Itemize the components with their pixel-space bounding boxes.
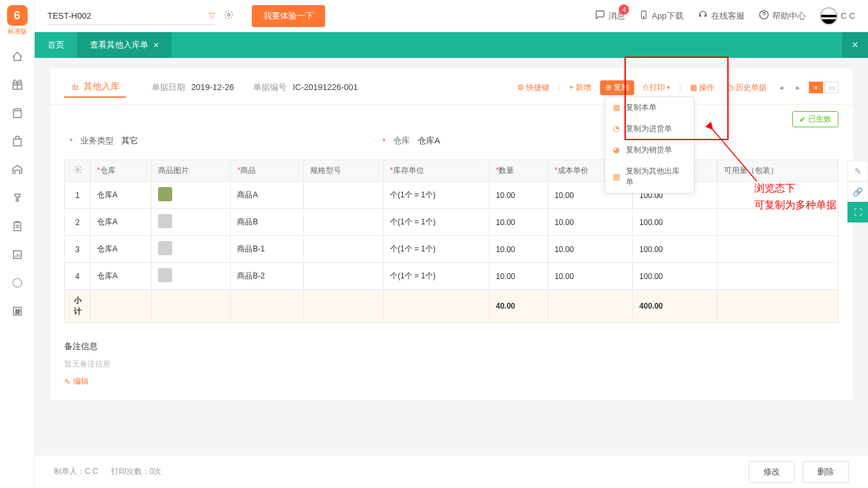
tool-expand-icon[interactable]: ⛶ bbox=[847, 202, 868, 222]
app-download-link[interactable]: App下载 bbox=[639, 10, 683, 22]
nav-home-icon[interactable] bbox=[10, 49, 25, 64]
product-image-icon bbox=[158, 268, 172, 282]
tool-link-icon[interactable]: 🔗 bbox=[847, 181, 868, 202]
nav-report-icon[interactable] bbox=[10, 247, 25, 262]
col-gear[interactable] bbox=[65, 160, 91, 182]
right-toolbar: ✎ 🔗 ⛶ bbox=[847, 161, 868, 222]
edit-remark-button[interactable]: ✎ 编辑 bbox=[64, 376, 838, 387]
col-available: 可用量（包装） bbox=[717, 160, 838, 182]
add-label: 新增 bbox=[576, 82, 591, 93]
edit-icon: ✎ bbox=[64, 377, 71, 386]
print-label: 打印 bbox=[650, 82, 665, 93]
tab-other-inbound-label: 查看其他入库单 bbox=[90, 39, 148, 51]
nav-warehouse-icon[interactable] bbox=[10, 162, 25, 177]
copy-button[interactable]: ⊕ 复制 ▦复制本单 ◔复制为进货单 ◕复制为销货单 ▦复制为其他出库单 bbox=[600, 80, 634, 95]
phone-icon bbox=[639, 10, 648, 22]
print-button[interactable]: ⎙ 打印 ▾ bbox=[639, 80, 674, 95]
table-row[interactable]: 1 仓库A 商品A 个(1个 = 1个) 10.00 10.00 100.00 bbox=[65, 182, 838, 209]
next-button[interactable]: ▸ bbox=[792, 81, 804, 94]
shortcut-button[interactable]: ⚙ 快捷键 bbox=[513, 80, 553, 95]
user-menu[interactable]: C C bbox=[820, 7, 855, 25]
nav-gift-icon[interactable] bbox=[10, 77, 25, 93]
nav-clipboard-icon[interactable] bbox=[10, 219, 25, 234]
table-row[interactable]: 4 仓库A 商品B-2 个(1个 = 1个) 10.00 10.00 100.0… bbox=[65, 263, 838, 290]
card-view-toggle[interactable]: ▭ bbox=[824, 82, 838, 93]
sales-icon: ◕ bbox=[613, 145, 622, 154]
message-icon bbox=[595, 10, 605, 22]
tab-bar-close-button[interactable]: × bbox=[842, 32, 868, 58]
try-button[interactable]: 我要体验一下 bbox=[252, 5, 325, 27]
copy-this-doc[interactable]: ▦复制本单 bbox=[605, 97, 694, 118]
doc-date-label: 单据日期 bbox=[152, 82, 185, 92]
copy-as-purchase[interactable]: ◔复制为进货单 bbox=[605, 118, 694, 140]
col-product: *商品 bbox=[231, 160, 304, 182]
user-name-label: C C bbox=[841, 11, 855, 21]
print-icon: ⎙ bbox=[643, 83, 648, 92]
biz-type-label: 业务类型 bbox=[80, 135, 114, 147]
table-row[interactable]: 3 仓库A 商品B-1 个(1个 = 1个) 10.00 10.00 100.0… bbox=[65, 236, 838, 263]
help-center-label: 帮助中心 bbox=[772, 10, 806, 22]
operate-label: 操作 bbox=[699, 82, 714, 93]
app-download-label: App下载 bbox=[651, 10, 683, 22]
chart-icon bbox=[71, 82, 80, 93]
online-service-label: 在线客服 bbox=[711, 10, 745, 22]
copy-dropdown-menu: ▦复制本单 ◔复制为进货单 ◕复制为销货单 ▦复制为其他出库单 bbox=[605, 96, 695, 194]
table-row[interactable]: 2 仓库A 商品B 个(1个 = 1个) 10.00 10.00 100.00 bbox=[65, 209, 838, 236]
org-selector[interactable]: TEST-H002 ▽ bbox=[48, 7, 215, 25]
copy-as-other-out[interactable]: ▦复制为其他出库单 bbox=[605, 161, 694, 193]
nav-money-icon[interactable] bbox=[10, 190, 25, 206]
svg-point-4 bbox=[13, 278, 22, 287]
svg-point-9 bbox=[644, 17, 644, 17]
headset-icon bbox=[698, 10, 708, 22]
gear-icon: ⚙ bbox=[517, 83, 524, 92]
tab-close-icon[interactable]: × bbox=[154, 40, 159, 50]
online-service-link[interactable]: 在线客服 bbox=[698, 10, 745, 22]
settings-gear-icon[interactable] bbox=[224, 10, 234, 22]
doc-code-value: IC-20191226-001 bbox=[293, 82, 358, 92]
col-warehouse: *仓库 bbox=[91, 160, 152, 182]
left-sidebar: 6 标准版 新 bbox=[0, 0, 35, 488]
subtotal-row: 小计 40.00400.00 bbox=[65, 290, 838, 323]
doc-code-label: 单据编号 bbox=[253, 82, 287, 92]
product-image-icon bbox=[158, 187, 172, 201]
col-qty: *数量 bbox=[489, 160, 547, 182]
outbound-icon: ▦ bbox=[613, 172, 622, 181]
nav-store-icon[interactable] bbox=[10, 105, 25, 121]
grid-icon: ▦ bbox=[690, 83, 697, 92]
remark-title: 备注信息 bbox=[64, 341, 838, 352]
svg-rect-1 bbox=[13, 139, 21, 146]
history-icon: ◷ bbox=[727, 83, 734, 92]
status-label: 已生效 bbox=[808, 114, 831, 125]
print-count-label: 打印次数： bbox=[111, 467, 150, 476]
doc-icon: ▦ bbox=[613, 103, 622, 112]
document-type-tab[interactable]: 其他入库 bbox=[64, 77, 126, 98]
help-center-link[interactable]: 帮助中心 bbox=[759, 10, 806, 22]
prev-button[interactable]: ◂ bbox=[775, 81, 787, 94]
doc-date-value: 2019-12-26 bbox=[191, 82, 235, 92]
tab-home-label: 首页 bbox=[48, 39, 64, 51]
copy-as-sales[interactable]: ◕复制为销货单 bbox=[605, 140, 694, 161]
modify-button[interactable]: 修改 bbox=[748, 461, 795, 483]
tab-home[interactable]: 首页 bbox=[35, 32, 77, 58]
history-button[interactable]: ◷ 历史单据 bbox=[723, 80, 770, 95]
tab-other-inbound[interactable]: 查看其他入库单 × bbox=[77, 32, 172, 58]
nav-bag-icon[interactable] bbox=[10, 134, 25, 149]
document-card: 其他入库 单据日期 2019-12-26 单据编号 IC-20191226-00… bbox=[50, 68, 853, 400]
messages-link[interactable]: 消息 4 bbox=[595, 10, 625, 22]
nav-new-icon[interactable]: 新 bbox=[10, 303, 25, 319]
operate-button[interactable]: ▦ 操作 bbox=[686, 80, 718, 95]
list-view-toggle[interactable]: ≡ bbox=[809, 82, 823, 93]
copy-label: 复制 bbox=[614, 82, 629, 93]
chevron-down-icon: ▽ bbox=[209, 11, 215, 20]
col-image: 商品图片 bbox=[151, 160, 231, 182]
footer: 制单人：C C 打印次数：0次 修改 删除 bbox=[35, 455, 868, 488]
product-image-icon bbox=[158, 241, 172, 255]
creator-value: C C bbox=[85, 467, 98, 476]
svg-text:新: 新 bbox=[15, 309, 19, 314]
user-avatar-icon bbox=[820, 7, 838, 25]
add-button[interactable]: + 新增 bbox=[565, 80, 595, 95]
tool-note-icon[interactable]: ✎ bbox=[847, 161, 868, 181]
delete-button[interactable]: 删除 bbox=[802, 461, 849, 483]
copy-icon: ⊕ bbox=[605, 83, 612, 92]
nav-sync-icon[interactable] bbox=[10, 275, 25, 291]
